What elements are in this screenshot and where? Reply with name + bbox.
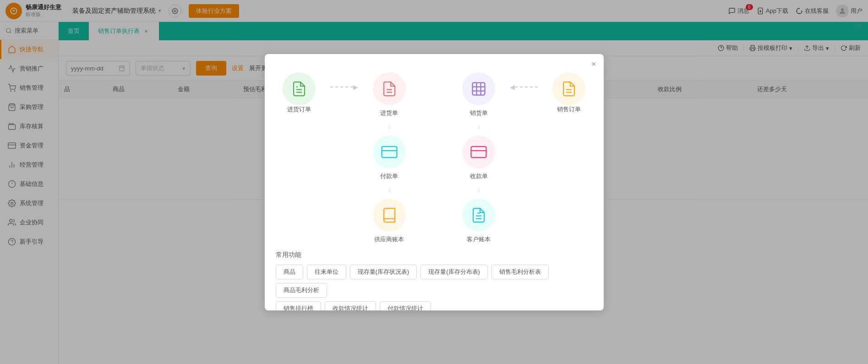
func-btn-sales-profit[interactable]: 销售毛利分析表 xyxy=(491,265,549,279)
customer-ledger-label: 客户账本 xyxy=(467,235,491,244)
purchase-bill-circle[interactable] xyxy=(373,72,406,105)
customer-ledger-circle[interactable] xyxy=(462,199,495,232)
supplier-ledger-label: 供应商账本 xyxy=(374,235,404,244)
flow-node-sales-bill: 销货单 xyxy=(462,72,495,117)
svg-rect-37 xyxy=(473,82,485,95)
flow-node-customer-ledger: 客户账本 xyxy=(462,199,495,244)
func-btn-receipt-stats[interactable]: 收款情况统计 xyxy=(325,301,376,310)
payment-label: 付款单 xyxy=(380,172,398,180)
sales-order-label: 销售订单 xyxy=(557,105,581,114)
flow-node-supplier-ledger: 供应商账本 xyxy=(373,199,406,244)
popup-panel: × 进货订单 ▶ 进货单 xyxy=(265,54,604,310)
func-btn-product[interactable]: 商品 xyxy=(276,265,303,279)
func-btn-sales-rank[interactable]: 销售排行榜 xyxy=(276,301,321,310)
arrow-down-customer: ↓ xyxy=(477,186,480,193)
func-btn-partner[interactable]: 往来单位 xyxy=(307,265,346,279)
flow-col-sales-bill: 销货单 ↓ 收款单 ↓ 客户账本 xyxy=(462,72,495,244)
arrow-purchase-order-to-bill: ▶ xyxy=(330,83,358,91)
sales-bill-label: 销货单 xyxy=(470,109,488,117)
func-buttons-row2: 销售排行榜 收款情况统计 付款情况统计 xyxy=(276,301,593,310)
receipt-circle[interactable] xyxy=(462,136,495,168)
arrow-sales-order-to-bill: ◀ xyxy=(510,83,538,91)
flow-node-purchase-order: 进货订单 xyxy=(283,72,316,114)
func-btn-product-profit[interactable]: 商品毛利分析 xyxy=(276,283,327,298)
supplier-ledger-circle[interactable] xyxy=(373,199,406,232)
sales-order-circle[interactable] xyxy=(552,72,585,105)
purchase-bill-label: 进货单 xyxy=(380,109,398,117)
payment-circle[interactable] xyxy=(373,136,406,168)
func-buttons-row1: 商品 往来单位 现存量(库存状况表) 现存量(库存分布表) 销售毛利分析表 商品… xyxy=(276,265,593,298)
common-funcs-section: 常用功能 商品 往来单位 现存量(库存状况表) 现存量(库存分布表) 销售毛利分… xyxy=(276,247,593,310)
receipt-label: 收款单 xyxy=(470,172,488,180)
flow-node-sales-order: 销售订单 xyxy=(552,72,585,114)
flow-col-purchase-bill: 进货单 ↓ 付款单 ↓ 供应商账本 xyxy=(373,72,406,244)
arrow-down-receipt: ↓ xyxy=(477,123,480,130)
arrow-down-payment: ↓ xyxy=(388,123,391,130)
popup-overlay[interactable]: × 进货订单 ▶ 进货单 xyxy=(0,0,868,364)
flow-node-purchase-bill: 进货单 xyxy=(373,72,406,117)
flow-node-payment: 付款单 xyxy=(373,136,406,180)
common-funcs-title: 常用功能 xyxy=(276,251,593,259)
svg-rect-35 xyxy=(382,147,397,158)
purchase-order-circle[interactable] xyxy=(283,72,316,105)
arrow-down-supplier: ↓ xyxy=(388,186,391,193)
func-btn-payment-stats[interactable]: 付款情况统计 xyxy=(380,301,431,310)
sales-bill-circle[interactable] xyxy=(462,72,495,105)
purchase-order-label: 进货订单 xyxy=(287,105,311,114)
flow-node-receipt: 收款单 xyxy=(462,136,495,180)
func-btn-stock-dist[interactable]: 现存量(库存分布表) xyxy=(420,265,488,279)
svg-rect-42 xyxy=(471,147,486,158)
func-btn-stock-status[interactable]: 现存量(库存状况表) xyxy=(350,265,417,279)
popup-close-button[interactable]: × xyxy=(591,60,596,69)
